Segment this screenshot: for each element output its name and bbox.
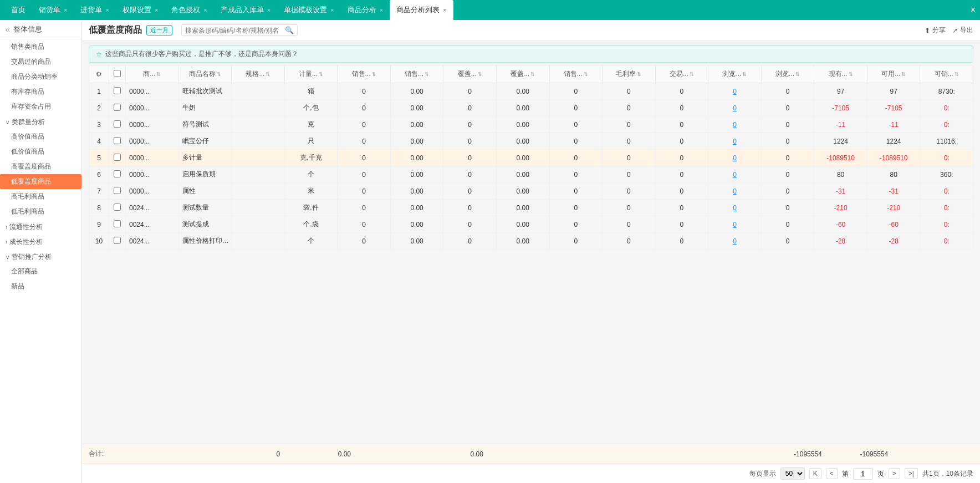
nav-permission-settings[interactable]: 权限设置 × (116, 0, 165, 20)
next-page-button[interactable]: > (889, 468, 900, 479)
sidebar-item-stock-capital[interactable]: 库存资金占用 (0, 99, 81, 114)
export-button[interactable]: ↗ 导出 (952, 26, 973, 35)
sidebar-group-cluster[interactable]: ∨ 类群量分析 (0, 114, 81, 129)
row-checkbox[interactable] (109, 183, 126, 200)
row-browse1[interactable]: 0 (708, 133, 762, 150)
sidebar-item-new-goods[interactable]: 新品 (0, 279, 81, 294)
nav-close-icon[interactable]: × (443, 0, 446, 20)
row-margin: 0 (603, 233, 656, 250)
sidebar-item-sales-goods[interactable]: 销售类商品 (0, 39, 81, 54)
last-page-button[interactable]: >| (905, 468, 918, 479)
close-all-tabs-button[interactable]: × (971, 5, 976, 15)
row-checkbox[interactable] (109, 200, 126, 216)
nav-close-icon[interactable]: × (64, 0, 67, 20)
sidebar-item-stocked-goods[interactable]: 有库存商品 (0, 84, 81, 99)
row-select-checkbox[interactable] (114, 154, 121, 161)
row-browse1[interactable]: 0 (708, 166, 762, 183)
sidebar-header[interactable]: « 整体信息 (0, 20, 81, 39)
row-browse1[interactable]: 0 (708, 116, 762, 133)
row-name: 属性价格打印测试 (178, 233, 232, 250)
nav-close-icon[interactable]: × (380, 0, 383, 20)
row-select-checkbox[interactable] (114, 237, 121, 244)
settings-icon[interactable]: ⚙ (96, 70, 102, 78)
nav-goods-analysis-list[interactable]: 商品分析列表 × (390, 0, 453, 20)
row-browse1[interactable]: 0 (708, 83, 762, 100)
row-browse1[interactable]: 0 (708, 233, 762, 250)
row-browse1[interactable]: 0 (708, 150, 762, 166)
share-button[interactable]: ⬆ 分享 (925, 26, 946, 35)
row-select-checkbox[interactable] (114, 87, 121, 94)
nav-close-icon[interactable]: × (203, 0, 207, 20)
row-checkbox[interactable] (109, 100, 126, 116)
collapse-icon[interactable]: « (6, 25, 10, 34)
sidebar-item-traded-goods[interactable]: 交易过的商品 (0, 54, 81, 69)
col-sales-qty: 销售...⇅ (338, 65, 391, 83)
row-checkbox[interactable] (109, 216, 126, 233)
row-select-checkbox[interactable] (114, 187, 121, 194)
sidebar-group-liquidity[interactable]: › 流通性分析 (0, 219, 81, 234)
sidebar-item-high-margin[interactable]: 高毛利商品 (0, 189, 81, 204)
nav-goods-analysis[interactable]: 商品分析 × (341, 0, 390, 20)
sidebar-item-low-coverage[interactable]: 低覆盖度商品 (0, 174, 81, 189)
search-icon[interactable]: 🔍 (285, 26, 294, 34)
row-coverage2: 0.00 (496, 216, 549, 233)
nav-home[interactable]: 首页 (4, 0, 32, 20)
nav-purchase-order[interactable]: 进货单 × (74, 0, 115, 20)
nav-finished-goods[interactable]: 产成品入库单 × (214, 0, 277, 20)
page-number-input[interactable] (853, 468, 873, 480)
row-sales-amt: 0.00 (390, 216, 443, 233)
row-browse1[interactable]: 0 (708, 216, 762, 233)
col-browse2: 浏览...⇅ (761, 65, 814, 83)
col-settings[interactable]: ⚙ (89, 65, 109, 83)
row-select-checkbox[interactable] (114, 104, 121, 111)
sidebar-item-all-goods[interactable]: 全部商品 (0, 264, 81, 279)
select-all-checkbox[interactable] (114, 70, 121, 77)
row-checkbox[interactable] (109, 166, 126, 183)
nav-close-icon[interactable]: × (155, 0, 158, 20)
row-select-checkbox[interactable] (114, 204, 121, 211)
row-checkbox[interactable] (109, 83, 126, 100)
row-checkbox[interactable] (109, 233, 126, 250)
col-checkbox[interactable] (109, 65, 126, 83)
header-actions: ⬆ 分享 ↗ 导出 (925, 26, 973, 35)
row-margin: 0 (603, 100, 656, 116)
page-label: 第 (842, 469, 849, 479)
row-checkbox[interactable] (109, 133, 126, 150)
row-select-checkbox[interactable] (114, 137, 121, 144)
row-select-checkbox[interactable] (114, 170, 121, 177)
table-row: 6 0000... 启用保质期 个 0 0.00 0 0.00 0 0 0 0 … (89, 166, 973, 183)
per-page-select[interactable]: 50 (780, 467, 805, 480)
nav-close-icon[interactable]: × (330, 0, 334, 20)
row-select-checkbox[interactable] (114, 120, 121, 128)
sidebar-item-high-value[interactable]: 高价值商品 (0, 129, 81, 144)
row-checkbox[interactable] (109, 150, 126, 166)
sidebar-item-low-value[interactable]: 低价值商品 (0, 144, 81, 159)
nav-close-icon[interactable]: × (105, 0, 109, 20)
row-name: 牛奶 (178, 100, 232, 116)
footer-coverage2: 0.00 (444, 450, 510, 458)
row-browse1[interactable]: 0 (708, 200, 762, 216)
row-sales-qty: 0 (338, 133, 391, 150)
sidebar-item-low-margin[interactable]: 低毛利商品 (0, 204, 81, 219)
prev-page-button[interactable]: < (826, 468, 838, 479)
row-browse1[interactable]: 0 (708, 183, 762, 200)
nav-template-settings[interactable]: 单据模板设置 × (277, 0, 340, 20)
row-spec (232, 116, 285, 133)
time-filter-tag[interactable]: 近一月 (146, 25, 172, 35)
sidebar-group-marketing[interactable]: ∨ 营销推广分析 (0, 249, 81, 264)
nav-sales-order[interactable]: 销货单 × (32, 0, 74, 20)
row-checkbox[interactable] (109, 116, 126, 133)
sidebar-group-growth[interactable]: › 成长性分析 (0, 234, 81, 249)
table-row: 7 0000... 属性 米 0 0.00 0 0.00 0 0 0 0 0 -… (89, 183, 973, 200)
row-coverage2: 0.00 (496, 133, 549, 150)
row-select-checkbox[interactable] (114, 220, 121, 227)
row-browse1[interactable]: 0 (708, 100, 762, 116)
sidebar-item-category-rate[interactable]: 商品分类动销率 (0, 69, 81, 84)
col-sales-amt: 销售...⇅ (390, 65, 443, 83)
nav-role-auth[interactable]: 角色授权 × (165, 0, 213, 20)
table-container[interactable]: ⚙ 商...⇅ 商品名称⇅ 规格...⇅ 计量...⇅ 销售...⇅ 销售...… (82, 65, 980, 444)
search-input[interactable] (185, 27, 285, 34)
nav-close-icon[interactable]: × (267, 0, 270, 20)
sidebar-item-high-coverage[interactable]: 高覆盖度商品 (0, 159, 81, 174)
first-page-button[interactable]: K (809, 468, 821, 479)
